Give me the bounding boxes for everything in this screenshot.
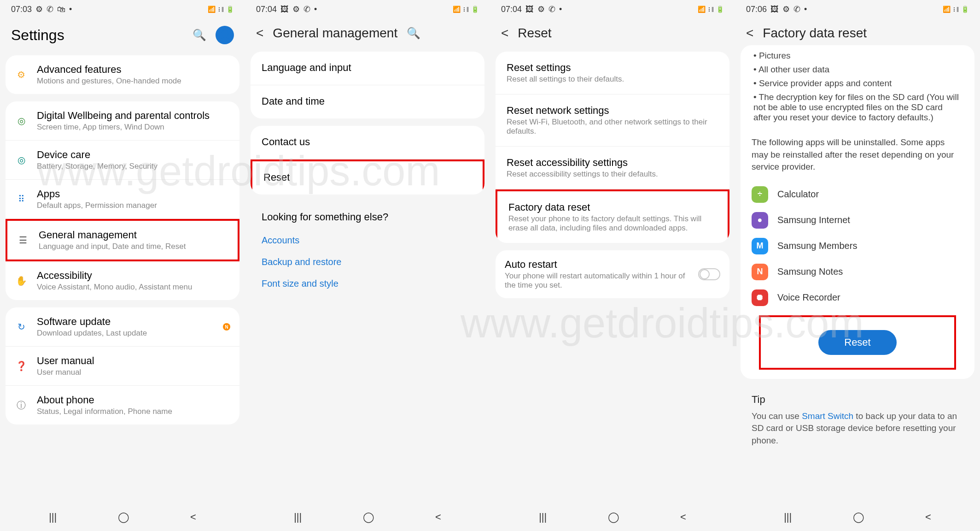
recents-button[interactable]: ||| bbox=[784, 511, 792, 523]
dot-icon: • bbox=[804, 5, 807, 14]
screen-factory-reset: 07:06 🖼 ⚙ ✆ • 📶 ⫶‖ 🔋 < Factory data rese… bbox=[735, 0, 980, 531]
item-title: Apps bbox=[37, 188, 230, 200]
settings-item-device-care[interactable]: ◎ Device care Battery, Storage, Memory, … bbox=[6, 141, 239, 180]
settings-item-advanced-features[interactable]: ⚙ Advanced features Motions and gestures… bbox=[6, 55, 239, 94]
uninstall-text: The following apps will be uninstalled. … bbox=[741, 132, 974, 182]
screen-settings: 07:03 ⚙ ✆ 🛍 • 📶 ⫶‖ 🔋 Settings 🔍 👤 ⚙ Adva… bbox=[0, 0, 245, 531]
back-button[interactable]: < bbox=[680, 511, 686, 523]
item-subtitle: Your phone will restart automatically wi… bbox=[505, 271, 689, 290]
back-icon[interactable]: < bbox=[256, 26, 263, 41]
item-date-time[interactable]: Date and time bbox=[251, 85, 484, 118]
recents-button[interactable]: ||| bbox=[294, 511, 302, 523]
item-subtitle: Reset accessibility settings to their de… bbox=[507, 170, 718, 179]
back-icon[interactable]: < bbox=[501, 26, 508, 41]
settings-item-user-manual[interactable]: ❓ User manual User manual bbox=[6, 347, 239, 386]
page-title: General management bbox=[273, 26, 397, 41]
smart-switch-link[interactable]: Smart Switch bbox=[802, 411, 853, 421]
link-font-size-style[interactable]: Font size and style bbox=[251, 273, 484, 295]
link-accounts[interactable]: Accounts bbox=[251, 230, 484, 251]
back-button[interactable]: < bbox=[435, 511, 441, 523]
back-button[interactable]: < bbox=[190, 511, 196, 523]
item-subtitle: Battery, Storage, Memory, Security bbox=[37, 162, 230, 171]
profile-avatar[interactable]: 👤 bbox=[216, 26, 234, 44]
item-title: Reset bbox=[263, 171, 472, 183]
gear-icon: ⚙ bbox=[15, 68, 28, 81]
search-icon[interactable]: 🔍 bbox=[407, 27, 420, 40]
status-time: 07:06 bbox=[746, 5, 767, 14]
wellbeing-icon: ◎ bbox=[15, 114, 28, 127]
link-backup-restore[interactable]: Backup and restore bbox=[251, 251, 484, 273]
item-subtitle: Language and input, Date and time, Reset bbox=[39, 242, 228, 251]
item-factory-data-reset[interactable]: Factory data reset Reset your phone to i… bbox=[496, 189, 729, 243]
item-title: Reset accessibility settings bbox=[507, 157, 718, 169]
item-title: Reset network settings bbox=[507, 105, 718, 117]
image-icon: 🖼 bbox=[525, 5, 534, 14]
page-title: Factory data reset bbox=[763, 26, 867, 41]
status-bar: 07:06 🖼 ⚙ ✆ • 📶 ⫶‖ 🔋 bbox=[735, 0, 980, 18]
settings-item-software-update[interactable]: ↻ Software update Download updates, Last… bbox=[6, 307, 239, 347]
item-subtitle: Motions and gestures, One-handed mode bbox=[37, 77, 230, 86]
gear-icon: ⚙ bbox=[292, 4, 300, 14]
item-reset-accessibility[interactable]: Reset accessibility settings Reset acces… bbox=[496, 147, 729, 189]
header: < Factory data reset bbox=[735, 18, 980, 45]
home-button[interactable]: ◯ bbox=[118, 511, 129, 523]
back-button[interactable]: < bbox=[925, 511, 931, 523]
item-title: General management bbox=[39, 229, 228, 241]
settings-item-accessibility[interactable]: ✋ Accessibility Voice Assistant, Mono au… bbox=[6, 261, 239, 300]
item-title: Auto restart bbox=[505, 259, 689, 271]
item-title: Factory data reset bbox=[508, 201, 717, 213]
bullet-item: • Pictures bbox=[753, 49, 962, 63]
app-row-samsung-notes: N Samsung Notes bbox=[741, 259, 974, 285]
toggle-auto-restart[interactable] bbox=[698, 268, 720, 280]
info-icon: ⓘ bbox=[15, 399, 28, 412]
app-row-samsung-internet: ● Samsung Internet bbox=[741, 207, 974, 233]
home-button[interactable]: ◯ bbox=[363, 511, 374, 523]
item-subtitle: Voice Assistant, Mono audio, Assistant m… bbox=[37, 283, 230, 292]
item-reset-network[interactable]: Reset network settings Reset Wi-Fi, Blue… bbox=[496, 94, 729, 147]
tip-heading: Tip bbox=[752, 394, 963, 406]
app-icon: ● bbox=[752, 212, 768, 229]
recents-button[interactable]: ||| bbox=[49, 511, 57, 523]
app-icon: ÷ bbox=[752, 186, 768, 203]
update-icon: ↻ bbox=[15, 320, 28, 333]
tip-text: You can use Smart Switch to back up your… bbox=[752, 410, 963, 447]
settings-item-general-management[interactable]: ☰ General management Language and input,… bbox=[6, 219, 239, 261]
wifi-icon: 📶 bbox=[208, 6, 216, 13]
item-title: Advanced features bbox=[37, 64, 230, 76]
home-button[interactable]: ◯ bbox=[853, 511, 864, 523]
settings-item-about-phone[interactable]: ⓘ About phone Status, Legal information,… bbox=[6, 386, 239, 425]
item-title: Device care bbox=[37, 149, 230, 161]
item-title: Accessibility bbox=[37, 270, 230, 282]
image-icon: 🖼 bbox=[770, 5, 779, 14]
reset-button[interactable]: Reset bbox=[818, 330, 896, 355]
notification-badge: N bbox=[223, 323, 230, 330]
item-reset-settings[interactable]: Reset settings Reset all settings to the… bbox=[496, 52, 729, 94]
item-subtitle: Download updates, Last update bbox=[37, 329, 214, 338]
item-contact-us[interactable]: Contact us bbox=[251, 126, 484, 159]
bullet-item: • All other user data bbox=[753, 63, 962, 77]
signal-icon: ⫶‖ bbox=[707, 6, 714, 13]
bag-icon: 🛍 bbox=[57, 5, 65, 14]
app-icon: M bbox=[752, 238, 768, 254]
app-row-voice-recorder: ⏺ Voice Recorder bbox=[741, 285, 974, 311]
image-icon: 🖼 bbox=[280, 5, 289, 14]
status-time: 07:03 bbox=[11, 5, 32, 14]
item-reset[interactable]: Reset bbox=[251, 159, 484, 195]
settings-item-digital-wellbeing[interactable]: ◎ Digital Wellbeing and parental control… bbox=[6, 101, 239, 141]
battery-icon: 🔋 bbox=[961, 6, 969, 13]
item-language-input[interactable]: Language and input bbox=[251, 52, 484, 85]
item-auto-restart[interactable]: Auto restart Your phone will restart aut… bbox=[496, 250, 729, 298]
screen-reset: 07:04 🖼 ⚙ ✆ • 📶 ⫶‖ 🔋 < Reset Reset setti… bbox=[490, 0, 735, 531]
erase-list: • Pictures • All other user data • Servi… bbox=[741, 49, 974, 132]
apps-icon: ⠿ bbox=[15, 193, 28, 206]
recents-button[interactable]: ||| bbox=[539, 511, 547, 523]
wifi-icon: 📶 bbox=[698, 6, 706, 13]
call-icon: ✆ bbox=[793, 4, 800, 14]
header: Settings 🔍 👤 bbox=[0, 18, 245, 55]
signal-icon: ⫶‖ bbox=[217, 6, 224, 13]
search-icon[interactable]: 🔍 bbox=[192, 29, 206, 41]
home-button[interactable]: ◯ bbox=[608, 511, 619, 523]
back-icon[interactable]: < bbox=[746, 26, 753, 41]
app-row-samsung-members: M Samsung Members bbox=[741, 233, 974, 259]
settings-item-apps[interactable]: ⠿ Apps Default apps, Permission manager bbox=[6, 180, 239, 219]
